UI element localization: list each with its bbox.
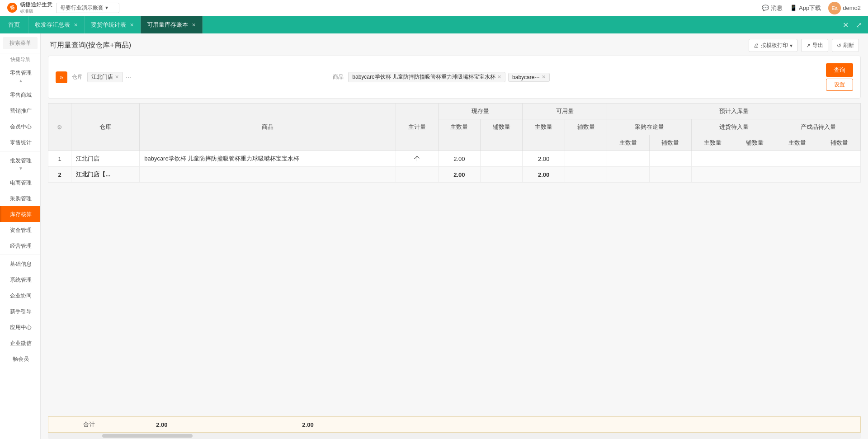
chevron-icon-2: ▼ <box>19 166 23 171</box>
avail-main-header: 主数量 <box>523 119 565 135</box>
close-all-tabs-btn[interactable]: ✕ <box>841 21 850 29</box>
row2-stock-aux <box>481 167 523 183</box>
logo-icon: 畅 <box>7 3 17 13</box>
row2-product <box>140 167 396 183</box>
row2-stock-main: 2.00 <box>438 167 480 183</box>
close-tab-available-inventory[interactable]: ✕ <box>192 22 196 28</box>
row1-prod-aux <box>818 151 861 167</box>
page-title: 可用量查询(按仓库+商品) <box>50 41 131 50</box>
row1-pur-main <box>607 151 649 167</box>
sidebar-item-member-center[interactable]: 会员中心 <box>0 118 40 134</box>
msg-btn[interactable]: 💬 消息 <box>762 4 783 12</box>
p-inbound-main: 主数量 <box>692 135 734 151</box>
refresh-btn[interactable]: ↺ 刷新 <box>832 39 859 52</box>
horizontal-scrollbar[interactable] <box>48 433 861 439</box>
sidebar-item-enterprise-wechat[interactable]: 企业微信 <box>0 335 40 351</box>
close-tab-requisition-stats[interactable]: ✕ <box>130 22 134 28</box>
row2-pur-main <box>607 167 649 183</box>
refresh-icon: ↺ <box>837 42 841 49</box>
table-footer: 合计 2.00 2.00 <box>48 416 861 433</box>
product-pending-header: 产成品待入量 <box>776 119 860 135</box>
sidebar-item-ecommerce-mgmt[interactable]: 电商管理 <box>0 175 40 190</box>
row2-avail-main: 2.00 <box>523 167 565 183</box>
remove-product-tag-short-btn[interactable]: ✕ <box>542 74 546 80</box>
expand-btn[interactable]: ⤢ <box>854 21 863 29</box>
table-row: 1 江北门店 babycare学饮杯 儿童防摔防撞吸管杯重力球吸嘴杯宝宝水杯 个… <box>48 151 861 167</box>
table-container: ⚙ 仓库 商品 主计量 现存量 可用量 预计入库量 主数量 辅数量 主数量 辅数… <box>41 103 868 416</box>
sidebar-item-app-center[interactable]: 应用中心 <box>0 319 40 335</box>
row1-avail-aux <box>565 151 607 167</box>
content-area: 可用量查询(按仓库+商品) 🖨 按模板打印 ▾ ↗ 导出 ↺ 刷新 <box>41 33 868 439</box>
app-download-btn[interactable]: 📱 App下载 <box>790 4 821 12</box>
product-tag-babycare-full: babycare学饮杯 儿童防摔防撞吸管杯重力球吸嘴杯宝宝水杯 ✕ <box>348 72 505 82</box>
tab-requisition-stats[interactable]: 要货单统计表 ✕ <box>85 16 141 33</box>
page-header: 可用量查询(按仓库+商品) 🖨 按模板打印 ▾ ↗ 导出 ↺ 刷新 <box>41 33 868 56</box>
filter-action-btns: 查询 设置 <box>826 61 853 94</box>
product-tag-babycare-short: babycare⋯ ✕ <box>508 73 550 82</box>
row1-stock-main: 2.00 <box>438 151 480 167</box>
export-btn[interactable]: ↗ 导出 <box>801 39 828 52</box>
sidebar-search-area: 搜索菜单 <box>0 33 40 53</box>
sidebar-item-system-mgmt[interactable]: 系统管理 <box>0 272 40 288</box>
tab-spacer <box>203 16 841 33</box>
user-avatar-area[interactable]: Ea demo2 <box>828 2 861 14</box>
sidebar-item-marketing[interactable]: 营销推广 <box>0 103 40 118</box>
a-main-sub <box>523 135 565 151</box>
query-btn[interactable]: 查询 <box>826 63 853 77</box>
stock-aux-header: 辅数量 <box>481 119 523 135</box>
sidebar-item-retail-mall[interactable]: 零售商城 <box>0 87 40 103</box>
warehouse-more-btn[interactable]: ··· <box>126 73 132 81</box>
stock-main-header: 主数量 <box>438 119 480 135</box>
sidebar-item-purchase-mgmt[interactable]: 采购管理 <box>0 190 40 206</box>
close-tab-receive-summary[interactable]: ✕ <box>74 22 78 28</box>
footer-inb-main <box>564 421 637 428</box>
sidebar-item-member[interactable]: 畅会员 <box>0 351 40 367</box>
inventory-table: ⚙ 仓库 商品 主计量 现存量 可用量 预计入库量 主数量 辅数量 主数量 辅数… <box>48 103 861 183</box>
row2-avail-aux <box>565 167 607 183</box>
quick-nav-label: 快捷导航 <box>0 53 40 65</box>
warehouse-label: 仓库 <box>72 73 83 81</box>
p-product-main: 主数量 <box>776 135 818 151</box>
phone-icon: 📱 <box>790 5 797 11</box>
remove-warehouse-tag-btn[interactable]: ✕ <box>115 74 119 80</box>
footer-label: 合计 <box>53 420 125 429</box>
row2-unit <box>396 167 438 183</box>
s-main-sub <box>438 135 480 151</box>
product-filter-tags: babycare学饮杯 儿童防摔防撞吸管杯重力球吸嘴杯宝宝水杯 ✕ babyca… <box>348 72 821 82</box>
row1-avail-main: 2.00 <box>523 151 565 167</box>
sidebar-item-finance-mgmt[interactable]: 资金管理 <box>0 222 40 238</box>
sidebar-item-new-guide[interactable]: 新手引导 <box>0 303 40 319</box>
tab-available-inventory[interactable]: 可用量库存账本 ✕ <box>141 16 203 33</box>
footer-avail-aux <box>344 421 418 428</box>
unit-col-header: 主计量 <box>396 104 438 151</box>
gear-header[interactable]: ⚙ <box>48 104 71 151</box>
warehouse-col-header: 仓库 <box>71 104 140 151</box>
sidebar-item-operations-mgmt[interactable]: 经营管理 <box>0 238 40 254</box>
scrollbar-thumb[interactable] <box>102 434 193 438</box>
sidebar-item-inventory-check[interactable]: 库存核算 <box>0 206 40 222</box>
search-menu-btn[interactable]: 搜索菜单 <box>3 37 38 49</box>
tab-receive-summary[interactable]: 收发存汇总表 ✕ <box>28 16 85 33</box>
message-icon: 💬 <box>762 5 769 11</box>
top-bar: 畅 畅捷通好生意 标准版 母婴行业演示账套 ▾ 💬 消息 📱 App下载 Ea … <box>0 0 868 16</box>
planned-in-header: 预计入库量 <box>607 104 861 119</box>
footer-avail-main: 2.00 <box>271 421 344 428</box>
tab-bar: 首页 收发存汇总表 ✕ 要货单统计表 ✕ 可用量库存账本 ✕ ✕ ⤢ <box>0 16 868 33</box>
sidebar-item-basic-info[interactable]: 基础信息 <box>0 256 40 272</box>
settings-btn[interactable]: 设置 <box>826 79 853 91</box>
sidebar-item-wholesale-mgmt[interactable]: 批发管理 ▼ <box>0 152 40 175</box>
sidebar-item-retail-stats[interactable]: 零售统计 <box>0 134 40 150</box>
row1-product: babycare学饮杯 儿童防摔防撞吸管杯重力球吸嘴杯宝宝水杯 <box>140 151 396 167</box>
row1-stock-aux <box>481 151 523 167</box>
print-btn[interactable]: 🖨 按模板打印 ▾ <box>749 39 797 52</box>
tab-home[interactable]: 首页 <box>0 16 28 33</box>
filter-toggle-btn[interactable]: » <box>56 71 67 83</box>
sidebar-item-retail-mgmt[interactable]: 零售管理 ▲ <box>0 65 40 87</box>
remove-product-tag-full-btn[interactable]: ✕ <box>497 74 501 80</box>
industry-selector[interactable]: 母婴行业演示账套 ▾ <box>56 3 119 13</box>
sidebar-item-enterprise-collab[interactable]: 企业协同 <box>0 288 40 303</box>
footer-pur-aux <box>491 421 564 428</box>
chevron-print-icon: ▾ <box>790 42 793 49</box>
main-layout: 搜索菜单 快捷导航 零售管理 ▲ 零售商城 营销推广 会员中心 零售统计 批发管… <box>0 33 868 439</box>
row2-inb-aux <box>734 167 776 183</box>
